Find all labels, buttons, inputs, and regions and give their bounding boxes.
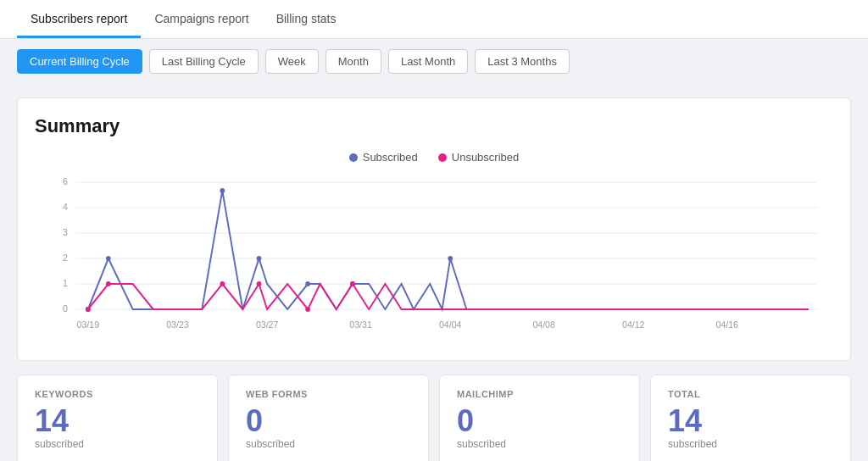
nav-billing-stats[interactable]: Billing stats <box>263 0 350 38</box>
nav-campaigns-report[interactable]: Campaigns report <box>141 0 262 38</box>
svg-text:04/16: 04/16 <box>716 319 738 330</box>
svg-text:4: 4 <box>63 202 68 212</box>
svg-point-28 <box>106 281 111 286</box>
line-chart-svg: 0 1 2 3 4 6 03/19 03/23 03/27 03/31 04/0… <box>43 174 825 343</box>
stat-total-title: TOTAL <box>668 389 833 399</box>
stat-card-keywords: KEYWORDS 14 subscribed 2 unsubscribed <box>17 375 218 461</box>
unsubscribed-dot <box>438 153 447 162</box>
filter-last-month[interactable]: Last Month <box>388 49 468 74</box>
stat-mailchimp-subscribed-count: 0 <box>457 406 622 436</box>
filter-month[interactable]: Month <box>326 49 381 74</box>
stat-total-subscribed-count: 14 <box>668 406 833 436</box>
legend-subscribed: Subscribed <box>349 151 418 164</box>
svg-text:2: 2 <box>63 253 68 263</box>
filter-week[interactable]: Week <box>265 49 319 74</box>
stat-mailchimp-subscribed-label: subscribed <box>457 438 622 450</box>
filter-current-billing-cycle[interactable]: Current Billing Cycle <box>17 49 142 74</box>
svg-text:04/08: 04/08 <box>532 319 554 330</box>
subscribed-legend-label: Subscribed <box>363 151 418 164</box>
stat-webforms-subscribed-count: 0 <box>246 406 411 436</box>
chart-area: 0 1 2 3 4 6 03/19 03/23 03/27 03/31 04/0… <box>43 174 825 343</box>
svg-text:03/19: 03/19 <box>77 319 99 330</box>
filter-last-3-months[interactable]: Last 3 Months <box>475 49 570 74</box>
filter-bar: Current Billing Cycle Last Billing Cycle… <box>0 39 868 84</box>
svg-point-26 <box>448 256 453 261</box>
stat-keywords-subscribed-label: subscribed <box>35 438 200 450</box>
unsubscribed-legend-label: Unsubscribed <box>452 151 520 164</box>
svg-point-22 <box>220 188 225 193</box>
svg-text:0: 0 <box>63 303 68 314</box>
top-nav: Subscribers report Campaigns report Bill… <box>0 0 868 39</box>
stat-keywords-title: KEYWORDS <box>35 389 200 399</box>
main-content: Summary Subscribed Unsubscribed <box>0 84 868 461</box>
stat-card-mailchimp: MAILCHIMP 0 subscribed 0 unsubscribed <box>439 375 640 461</box>
summary-card: Summary Subscribed Unsubscribed <box>17 97 851 361</box>
stat-webforms-title: WEB FORMS <box>246 389 411 399</box>
svg-text:03/31: 03/31 <box>349 319 371 330</box>
svg-text:03/27: 03/27 <box>256 319 278 330</box>
chart-legend: Subscribed Unsubscribed <box>35 151 833 164</box>
svg-point-31 <box>305 307 310 312</box>
stat-mailchimp-title: MAILCHIMP <box>457 389 622 399</box>
svg-point-29 <box>220 281 225 286</box>
stats-grid: KEYWORDS 14 subscribed 2 unsubscribed WE… <box>17 375 851 461</box>
svg-point-24 <box>305 281 310 286</box>
stat-card-webforms: WEB FORMS 0 subscribed 0 unsubscribed <box>228 375 429 461</box>
stat-keywords-subscribed-count: 14 <box>35 406 200 436</box>
stat-total-subscribed-label: subscribed <box>668 438 833 450</box>
svg-text:1: 1 <box>63 278 68 288</box>
svg-point-21 <box>106 256 111 261</box>
nav-subscribers-report[interactable]: Subscribers report <box>17 0 141 38</box>
svg-text:04/12: 04/12 <box>622 319 644 330</box>
svg-point-23 <box>257 256 262 261</box>
legend-unsubscribed: Unsubscribed <box>438 151 520 164</box>
svg-text:6: 6 <box>63 176 68 186</box>
svg-point-32 <box>350 281 355 286</box>
stat-card-total: TOTAL 14 subscribed 2 unsubscribed <box>650 375 851 461</box>
svg-point-27 <box>86 307 91 312</box>
svg-point-30 <box>257 281 262 286</box>
svg-text:04/04: 04/04 <box>439 319 461 330</box>
svg-text:03/23: 03/23 <box>166 319 188 330</box>
summary-title: Summary <box>35 115 833 137</box>
svg-text:3: 3 <box>63 227 68 237</box>
stat-webforms-subscribed-label: subscribed <box>246 438 411 450</box>
subscribed-dot <box>349 153 358 162</box>
filter-last-billing-cycle[interactable]: Last Billing Cycle <box>149 49 259 74</box>
